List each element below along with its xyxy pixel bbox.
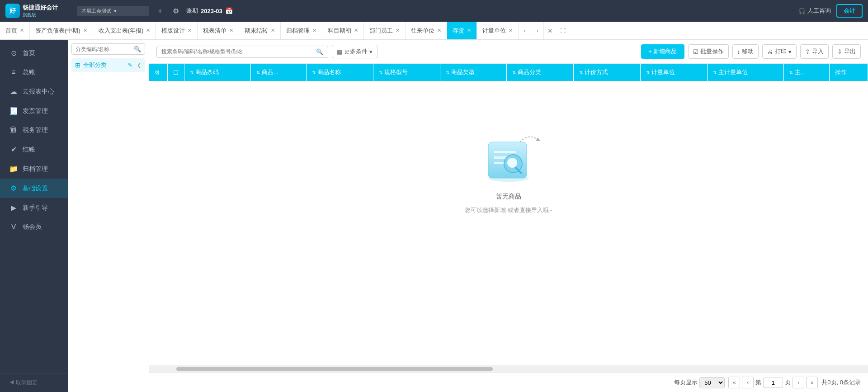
all-category-item[interactable]: ⊞ 全部分类 ✎ ❮: [71, 58, 145, 72]
import-button[interactable]: ⇪ 导入: [800, 44, 829, 59]
move-icon: ↕: [737, 48, 741, 55]
tab-next-button[interactable]: ›: [531, 22, 544, 40]
col-main-abbr[interactable]: ⇅主...: [784, 64, 830, 81]
header-actions: ＋ ⚙: [155, 5, 181, 18]
tab-close-unit[interactable]: ✕: [509, 28, 513, 33]
tax-icon: 🏛: [9, 126, 18, 134]
col-main-unit[interactable]: ⇅主计量单位: [707, 64, 783, 81]
tab-assets[interactable]: 资产负债表(中期) ✕: [30, 22, 93, 40]
settings-button[interactable]: ⚙: [171, 5, 181, 17]
sidebar-item-archive[interactable]: 📁 归档管理: [0, 159, 68, 179]
workspace-selector[interactable]: 基层工会测试 ▾: [77, 6, 149, 16]
tab-contacts[interactable]: 往来单位 ✕: [406, 22, 447, 40]
tab-period-transfer[interactable]: 期末结转 ✕: [239, 22, 281, 40]
sidebar-item-home[interactable]: ⊙ 首页: [0, 43, 68, 63]
col-barcode[interactable]: ⇅商品条码: [184, 64, 251, 81]
add-tab-button[interactable]: ＋: [155, 5, 165, 18]
tab-template[interactable]: 模版设计 ✕: [156, 22, 198, 40]
product-search-input[interactable]: [161, 48, 313, 55]
table-scrollbar[interactable]: [149, 365, 868, 373]
tab-close-period[interactable]: ✕: [271, 28, 275, 33]
col-spec[interactable]: ⇅规格型号: [373, 64, 440, 81]
export-button[interactable]: ⇩ 导出: [832, 44, 861, 59]
tab-unit[interactable]: 计量单位 ✕: [477, 22, 519, 40]
sidebar-item-checkout[interactable]: ✔ 结账: [0, 140, 68, 159]
pagination-bar: 每页显示 10 20 50 100 « ‹ 第 页: [149, 373, 868, 392]
last-page-btn[interactable]: »: [806, 377, 818, 388]
tab-close-archive[interactable]: ✕: [312, 28, 316, 33]
tab-income[interactable]: 收入支出表(年报) ✕: [93, 22, 156, 40]
col-name[interactable]: ⇅商品名称: [306, 64, 373, 81]
tab-close-contacts[interactable]: ✕: [437, 28, 441, 33]
chevron-down-icon: ▾: [369, 48, 373, 55]
tab-close-department[interactable]: ✕: [396, 28, 400, 33]
tab-close-subject[interactable]: ✕: [354, 28, 358, 33]
tab-close-template[interactable]: ✕: [188, 28, 192, 33]
membership-icon: V: [9, 223, 18, 231]
next-page-btn[interactable]: ›: [793, 377, 804, 388]
right-content: 🔍 ▦ 更多条件 ▾ + 新增商品 ☑ 批量操作 ↕ 移动: [149, 40, 868, 392]
calendar-icon[interactable]: 📅: [225, 7, 233, 14]
empty-state-subtitle: 您可以选择新增,或者直接导入哦~: [465, 206, 552, 214]
move-button[interactable]: ↕ 移动: [732, 44, 759, 59]
svg-point-7: [507, 158, 517, 168]
page-size-selector[interactable]: 每页显示 10 20 50 100: [674, 377, 725, 388]
category-search-box[interactable]: 🔍: [71, 43, 145, 55]
logo-icon: 好: [5, 4, 20, 18]
col-unit[interactable]: ⇅计量单位: [641, 64, 708, 81]
tab-homepage[interactable]: 首页 ✕: [0, 22, 30, 40]
col-type[interactable]: ⇅商品类型: [440, 64, 507, 81]
right-header: 🎧 人工咨询 会计: [798, 4, 863, 18]
tab-close-income[interactable]: ✕: [146, 28, 150, 33]
sidebar-collapse-btn[interactable]: ◀ 取消固定: [0, 373, 68, 392]
tab-close-homepage[interactable]: ✕: [20, 28, 24, 33]
batch-ops-button[interactable]: ☑ 批量操作: [688, 44, 729, 59]
collapse-panel-btn[interactable]: ❮: [137, 62, 142, 68]
logo-text: 畅捷通好会计 旗舰版: [23, 4, 58, 18]
guide-icon: ▶: [9, 203, 18, 212]
tab-subject[interactable]: 科目期初 ✕: [322, 22, 364, 40]
first-page-btn[interactable]: «: [728, 377, 740, 388]
sidebar-item-invoice[interactable]: 🧾 发票管理: [0, 101, 68, 121]
tab-close-assets[interactable]: ✕: [83, 28, 87, 33]
kuaiji-button[interactable]: 会计: [836, 4, 863, 18]
edit-icon[interactable]: ✎: [128, 62, 132, 68]
tab-prev-button[interactable]: ‹: [519, 22, 531, 40]
more-conditions-btn[interactable]: ▦ 更多条件 ▾: [332, 45, 377, 58]
sidebar-item-membership[interactable]: V 畅会员: [0, 217, 68, 236]
page-number-input[interactable]: [763, 378, 783, 388]
top-header: 好 畅捷通好会计 旗舰版 基层工会测试 ▾ ＋ ⚙ 账期 2023-03 📅 🎧…: [0, 0, 868, 22]
col-code[interactable]: ⇅商品...: [251, 64, 307, 81]
grid-icon: ⊞: [75, 61, 80, 69]
col-category[interactable]: ⇅商品分类: [507, 64, 574, 81]
tab-inventory[interactable]: 存货 ✕: [447, 22, 477, 40]
tab-close-inventory[interactable]: ✕: [467, 28, 471, 33]
tab-taxlist[interactable]: 税表清单 ✕: [198, 22, 239, 40]
table-check-header[interactable]: ☐: [167, 64, 184, 81]
tab-expand-button[interactable]: ⛶: [557, 22, 569, 40]
table-settings-header[interactable]: ⚙: [149, 64, 167, 81]
category-search-input[interactable]: [75, 46, 132, 52]
accounting-period: 账期 2023-03 📅: [186, 7, 233, 15]
main-layout: ⊙ 首页 ≡ 总账 ☁ 云报表中心 🧾 发票管理 🏛 税务管理 ✔ 结账 📁 归…: [0, 40, 868, 392]
product-search-bar[interactable]: 🔍: [156, 46, 328, 58]
tab-department[interactable]: 部门员工 ✕: [364, 22, 406, 40]
prev-page-btn[interactable]: ‹: [742, 377, 754, 388]
sidebar-item-guide[interactable]: ▶ 新手引导: [0, 198, 68, 217]
print-button[interactable]: 🖨 打印 ▾: [762, 44, 797, 59]
customer-service-btn[interactable]: 🎧 人工咨询: [798, 7, 831, 15]
add-product-button[interactable]: + 新增商品: [641, 44, 684, 59]
sidebar-item-tax[interactable]: 🏛 税务管理: [0, 121, 68, 140]
empty-state-title: 暂无商品: [496, 193, 521, 201]
col-pricing[interactable]: ⇅计价方式: [574, 64, 641, 81]
tab-close-taxlist[interactable]: ✕: [229, 28, 233, 33]
sidebar-item-ledger[interactable]: ≡ 总账: [0, 63, 68, 82]
scrollbar-thumb[interactable]: [176, 367, 493, 371]
category-search-icon[interactable]: 🔍: [134, 46, 141, 52]
sidebar-item-cloud-report[interactable]: ☁ 云报表中心: [0, 82, 68, 101]
page-size-select[interactable]: 10 20 50 100: [699, 377, 725, 388]
product-search-icon[interactable]: 🔍: [316, 48, 323, 55]
sidebar-item-basic-settings[interactable]: ⚙ 基础设置: [0, 179, 68, 198]
tab-close-all-button[interactable]: ✕: [544, 22, 557, 40]
tab-archive[interactable]: 归档管理 ✕: [281, 22, 322, 40]
